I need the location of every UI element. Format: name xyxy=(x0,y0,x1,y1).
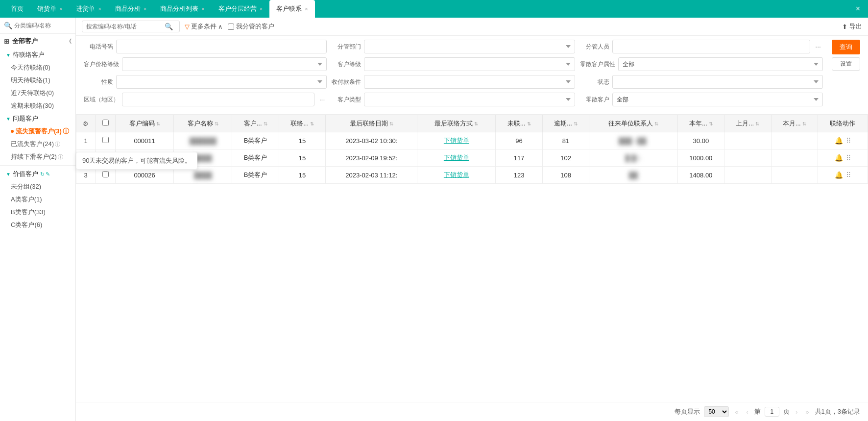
dept-select[interactable] xyxy=(364,40,575,53)
phone-input[interactable] xyxy=(116,40,327,53)
page-input[interactable] xyxy=(765,407,779,417)
search-button[interactable]: 🔍 xyxy=(165,23,173,30)
more-action-icon-3[interactable]: ⠿ xyxy=(846,171,851,179)
payment-select[interactable] xyxy=(364,75,575,89)
more-action-icon-2[interactable]: ⠿ xyxy=(846,154,851,162)
last-page-btn[interactable]: » xyxy=(803,407,811,417)
all-customers-title[interactable]: ⊞ 全部客户 《 xyxy=(0,34,75,49)
sidebar-search-input[interactable] xyxy=(14,22,76,29)
sidebar-item-churn-warning[interactable]: 流失预警客户(3) ⓘ xyxy=(0,125,75,138)
th-code[interactable]: 客户编码 ⇅ xyxy=(115,115,173,132)
th-contact[interactable]: 联络... ⇅ xyxy=(279,115,325,132)
active-dot xyxy=(11,130,14,133)
sidebar-item-today[interactable]: 今天待联络(0) xyxy=(0,61,75,74)
sidebar-item-churned[interactable]: 已流失客户(24) ⓘ xyxy=(0,138,75,150)
sort-person-icon: ⇅ xyxy=(654,121,658,126)
th-last-contact-method[interactable]: 最后联络方式 ⇅ xyxy=(417,115,496,132)
group-problem-customers[interactable]: ▼ 问题客户 xyxy=(0,112,75,125)
first-page-btn[interactable]: « xyxy=(733,407,740,417)
th-overdue[interactable]: 逾期... ⇅ xyxy=(542,115,589,132)
row-checkbox-3[interactable] xyxy=(102,171,109,177)
cell-overdue-2: 102 xyxy=(542,149,589,167)
query-button[interactable]: 查询 xyxy=(832,40,860,54)
nav-tab-customer-layer[interactable]: 客户分层经营 × xyxy=(212,0,269,18)
contact-icon-2[interactable]: 🔔 xyxy=(835,154,843,162)
my-customer-checkbox[interactable]: 我分管的客户 xyxy=(228,22,274,31)
th-uncontacted[interactable]: 未联... ⇅ xyxy=(496,115,542,132)
filter-customer-type: 客户类型 xyxy=(332,93,575,106)
close-all-tabs[interactable]: × xyxy=(852,4,864,13)
filter-chevron: ∧ xyxy=(218,23,223,30)
cell-overdue-1: 81 xyxy=(542,132,589,149)
more-filter-btn[interactable]: ▽ 更多条件 ∧ xyxy=(185,22,223,31)
contact-icon-3[interactable]: 🔔 xyxy=(835,171,843,179)
nav-tab-purchase[interactable]: 进货单 × xyxy=(69,0,108,18)
th-contact-person[interactable]: 往来单位联系人 ⇅ xyxy=(589,115,677,132)
customer-type-select[interactable] xyxy=(364,93,575,106)
close-analysis-list-tab[interactable]: × xyxy=(201,6,204,12)
next-page-btn[interactable]: › xyxy=(794,407,799,417)
sidebar-item-overdue[interactable]: 逾期未联络(30) xyxy=(0,99,75,112)
cell-method-2[interactable]: 下销货单 xyxy=(417,149,496,167)
price-level-select[interactable] xyxy=(122,57,327,71)
nav-tab-sales[interactable]: 销货单 × xyxy=(30,0,69,18)
close-customer-contact-tab[interactable]: × xyxy=(305,6,308,12)
sidebar-item-7days[interactable]: 近7天待联络(0) xyxy=(0,87,75,99)
manager-input[interactable] xyxy=(612,40,811,53)
contact-method-link-2[interactable]: 下销货单 xyxy=(444,154,469,161)
sidebar-item-declining[interactable]: 持续下滑客户(2) ⓘ xyxy=(0,150,75,163)
customer-level-select[interactable] xyxy=(364,57,575,71)
setting-button[interactable]: 设置 xyxy=(832,57,860,71)
cell-person-2: █ █3. xyxy=(589,149,677,167)
select-all-checkbox[interactable] xyxy=(102,120,109,126)
th-customer-type[interactable]: 客户... ⇅ xyxy=(232,115,279,132)
close-analysis-tab[interactable]: × xyxy=(144,6,146,12)
manager-more-btn[interactable]: ··· xyxy=(813,43,823,50)
contact-method-link-1[interactable]: 下销货单 xyxy=(444,137,469,144)
contact-icon-1[interactable]: 🔔 xyxy=(835,137,843,145)
sidebar-item-tomorrow[interactable]: 明天待联络(1) xyxy=(0,74,75,87)
th-last-contact-date[interactable]: 最后联络日期 ⇅ xyxy=(326,115,417,132)
close-purchase-tab[interactable]: × xyxy=(98,6,101,12)
sort-overdue-icon: ⇅ xyxy=(574,121,578,126)
more-action-icon-1[interactable]: ⠿ xyxy=(846,137,851,145)
status-select[interactable] xyxy=(612,75,823,89)
nature-select[interactable] xyxy=(116,75,327,89)
page-size-select[interactable]: 20 50 100 xyxy=(704,406,729,417)
sidebar-item-ungrouped[interactable]: 未分组(32) xyxy=(0,180,75,193)
edit-icon[interactable]: ✎ xyxy=(46,171,50,177)
filter-phone: 电话号码 xyxy=(84,40,327,53)
region-more-btn[interactable]: ··· xyxy=(317,96,327,103)
th-last-month[interactable]: 上月... ⇅ xyxy=(724,115,771,132)
retail-attr-select[interactable]: 全部 xyxy=(618,57,823,71)
sidebar-item-class-b[interactable]: B类客户(33) xyxy=(0,206,75,219)
my-customer-check[interactable] xyxy=(228,24,234,30)
sidebar-item-class-c[interactable]: C类客户(6) xyxy=(0,219,75,231)
region-input[interactable] xyxy=(122,93,314,106)
search-input[interactable] xyxy=(86,23,165,30)
sidebar-item-class-a[interactable]: A类客户(1) xyxy=(0,193,75,206)
nav-tab-analysis-list[interactable]: 商品分析列表 × xyxy=(153,0,211,18)
prev-page-btn[interactable]: ‹ xyxy=(745,407,750,417)
refresh-icon[interactable]: ↻ xyxy=(40,171,45,177)
cell-thismonth-1 xyxy=(771,132,818,149)
nav-tab-customer-contact[interactable]: 客户联系 × xyxy=(269,0,314,18)
filter-panel: 电话号码 分管部门 分管人员 ··· xyxy=(76,36,868,115)
cell-method-3[interactable]: 下销货单 xyxy=(417,167,496,184)
contact-method-link-3[interactable]: 下销货单 xyxy=(444,171,469,178)
close-customer-layer-tab[interactable]: × xyxy=(260,6,263,12)
export-btn[interactable]: ⬆ 导出 xyxy=(842,22,862,31)
th-name[interactable]: 客户名称 ⇅ xyxy=(174,115,232,132)
close-sales-tab[interactable]: × xyxy=(59,6,62,12)
th-this-year[interactable]: 本年... ⇅ xyxy=(677,115,724,132)
table-gear-icon[interactable]: ⚙ xyxy=(83,120,89,127)
row-checkbox-1[interactable] xyxy=(102,137,109,143)
group-value-customers[interactable]: ▼ 价值客户 ↻ ✎ xyxy=(0,168,75,180)
nav-tab-analysis[interactable]: 商品分析 × xyxy=(108,0,153,18)
group-pending-contact[interactable]: ▼ 待联络客户 xyxy=(0,49,75,61)
retail-customer-select[interactable]: 全部 xyxy=(612,93,823,106)
filter-row-1: 电话号码 分管部门 分管人员 ··· xyxy=(84,40,823,53)
th-this-month[interactable]: 本月... ⇅ xyxy=(771,115,818,132)
cell-method-1[interactable]: 下销货单 xyxy=(417,132,496,149)
nav-home[interactable]: 首页 xyxy=(4,0,30,18)
